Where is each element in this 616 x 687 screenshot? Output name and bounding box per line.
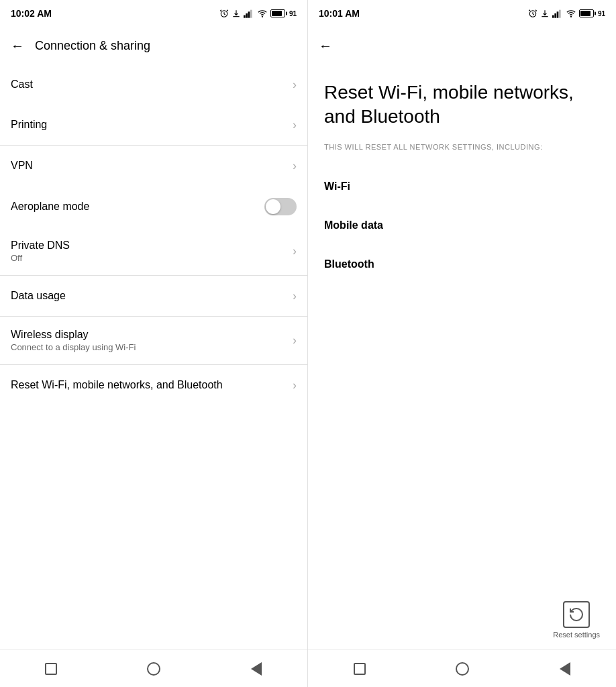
right-status-bar: 10:01 AM 91: [308, 0, 616, 27]
cast-title: Cast: [11, 78, 33, 91]
reset-button-area: Reset settings: [308, 590, 616, 649]
wireless-display-item[interactable]: Wireless display Connect to a display us…: [0, 317, 307, 364]
reset-settings-button[interactable]: Reset settings: [553, 601, 600, 639]
reset-wifi-title: Reset Wi-Fi, mobile networks, and Blueto…: [11, 379, 223, 391]
data-usage-item[interactable]: Data usage ›: [0, 276, 307, 316]
aeroplane-toggle[interactable]: [264, 198, 297, 215]
reset-wifi-item[interactable]: Reset Wi-Fi, mobile networks, and Blueto…: [0, 365, 307, 405]
svg-rect-7: [552, 15, 554, 18]
svg-point-11: [570, 16, 571, 17]
reset-bluetooth-item: Bluetooth: [324, 245, 600, 284]
aeroplane-item[interactable]: Aeroplane mode: [0, 186, 307, 227]
right-phone-panel: 10:01 AM 91 ← Reset Wi-Fi, mobile networ…: [308, 0, 616, 687]
toggle-knob: [266, 199, 280, 214]
left-status-bar: 10:02 AM 91: [0, 0, 307, 27]
vpn-item[interactable]: VPN ›: [0, 146, 307, 186]
right-signal-icon: [552, 9, 563, 18]
right-status-icons: 91: [528, 9, 605, 18]
reset-wifi-item-right: Wi-Fi: [324, 167, 600, 206]
reset-wifi-chevron: ›: [293, 378, 297, 392]
download-icon: [232, 9, 241, 18]
svg-point-5: [262, 16, 262, 17]
svg-rect-8: [554, 13, 556, 18]
cast-chevron: ›: [293, 78, 297, 92]
wireless-display-chevron: ›: [293, 333, 297, 348]
svg-rect-3: [248, 11, 250, 17]
right-home-icon: [456, 662, 469, 676]
right-recents-icon: [354, 663, 366, 675]
reset-button-label: Reset settings: [553, 631, 600, 639]
reset-mobile-data-item: Mobile data: [324, 206, 600, 245]
svg-rect-2: [246, 13, 248, 18]
vpn-chevron: ›: [293, 159, 297, 173]
printing-chevron: ›: [293, 118, 297, 132]
left-status-icons: 91: [219, 9, 297, 18]
left-nav-back[interactable]: [243, 655, 270, 682]
left-back-button[interactable]: ←: [11, 38, 24, 54]
reset-icon: [568, 606, 584, 623]
right-nav-bar: [308, 649, 616, 687]
signal-icon: [244, 9, 254, 18]
left-nav-home[interactable]: [140, 655, 167, 682]
private-dns-subtitle: Off: [11, 253, 70, 263]
right-alarm-icon: [528, 9, 537, 18]
reset-icon-box: [563, 601, 590, 628]
private-dns-chevron: ›: [293, 244, 297, 258]
right-wifi-icon: [566, 9, 576, 18]
left-battery: [270, 9, 285, 17]
reset-subtitle: THIS WILL RESET ALL NETWORK SETTINGS, IN…: [324, 143, 600, 151]
left-nav-recents[interactable]: [38, 655, 64, 682]
right-back-button[interactable]: ←: [319, 38, 332, 54]
data-usage-title: Data usage: [11, 290, 66, 302]
right-battery: [579, 9, 594, 17]
svg-rect-1: [244, 15, 246, 18]
wireless-display-subtitle: Connect to a display using Wi-Fi: [11, 342, 136, 352]
vpn-title: VPN: [11, 160, 33, 172]
left-settings-list: Cast › Printing › VPN › Aeroplane mode: [0, 64, 307, 649]
data-usage-chevron: ›: [293, 289, 297, 303]
right-download-icon: [540, 9, 550, 18]
svg-rect-4: [250, 10, 252, 18]
right-nav-recents[interactable]: [346, 655, 373, 682]
private-dns-item[interactable]: Private DNS Off ›: [0, 227, 307, 275]
left-battery-label: 91: [289, 10, 297, 17]
left-phone-panel: 10:02 AM 91 ← Connection & sharing Cast …: [0, 0, 308, 687]
printing-item[interactable]: Printing ›: [0, 105, 307, 145]
right-status-time: 10:01 AM: [319, 8, 360, 19]
aeroplane-title: Aeroplane mode: [11, 201, 89, 213]
recents-icon: [45, 663, 57, 675]
back-icon: [251, 662, 262, 676]
alarm-icon: [219, 9, 229, 18]
left-nav-bar: [0, 649, 307, 687]
right-top-bar: ←: [308, 27, 616, 64]
right-back-icon: [560, 662, 570, 676]
left-battery-fill: [272, 11, 282, 16]
right-nav-home[interactable]: [449, 655, 476, 682]
home-icon: [147, 662, 160, 676]
private-dns-title: Private DNS: [11, 240, 70, 252]
printing-title: Printing: [11, 119, 47, 131]
left-status-time: 10:02 AM: [11, 8, 52, 19]
right-battery-label: 91: [598, 10, 605, 17]
cast-item[interactable]: Cast ›: [0, 64, 307, 105]
right-nav-back[interactable]: [552, 655, 578, 682]
left-top-bar: ← Connection & sharing: [0, 27, 307, 64]
wifi-icon: [257, 9, 268, 18]
svg-rect-9: [557, 11, 559, 17]
svg-rect-10: [559, 10, 561, 18]
reset-page-title: Reset Wi-Fi, mobile networks, and Blueto…: [324, 81, 600, 129]
left-page-title: Connection & sharing: [35, 39, 150, 53]
right-battery-fill: [580, 11, 591, 16]
wireless-display-title: Wireless display: [11, 329, 136, 341]
reset-content-area: Reset Wi-Fi, mobile networks, and Blueto…: [308, 64, 616, 590]
